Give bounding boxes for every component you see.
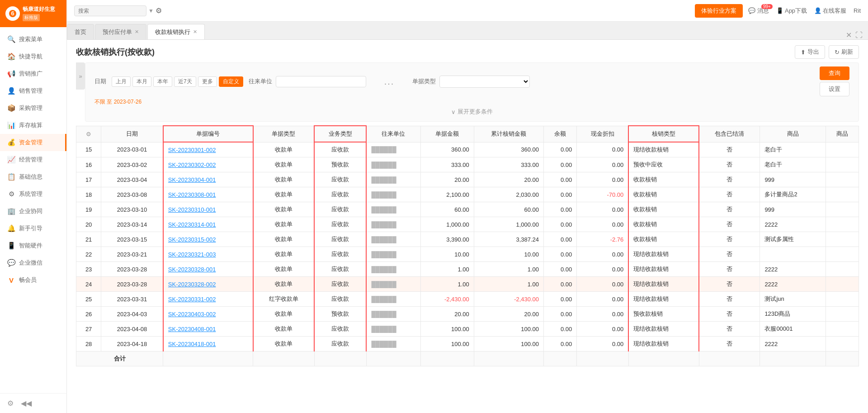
tab-advance-close[interactable]: ✕ bbox=[135, 29, 139, 35]
table-row[interactable]: 17 2023-03-04 SK-20230304-001 收款单 应收款 ██… bbox=[76, 172, 859, 187]
sidebar-item-hardware[interactable]: 📱 智能硬件 bbox=[0, 237, 66, 254]
expand-arrow[interactable]: » bbox=[76, 62, 85, 90]
sidebar-item-sales[interactable]: 👤 销售管理 bbox=[0, 82, 66, 100]
doc-no-link[interactable]: SK-20230328-002 bbox=[168, 281, 216, 288]
doc-no-link[interactable]: SK-20230304-001 bbox=[168, 176, 216, 183]
app-download-link[interactable]: 📱 App下载 bbox=[776, 7, 807, 15]
tab-advance[interactable]: 预付应付单 ✕ bbox=[95, 24, 146, 39]
table-row[interactable]: 21 2023-03-15 SK-20230315-002 收款单 应收款 ██… bbox=[76, 232, 859, 247]
more-filters-dots[interactable]: ... bbox=[384, 76, 395, 87]
table-row[interactable]: 15 2023-03-01 SK-20230301-002 收款单 应收款 ██… bbox=[76, 142, 859, 157]
date-btn-this-month[interactable]: 本月 bbox=[132, 76, 151, 87]
table-row[interactable]: 19 2023-03-10 SK-20230310-001 收款单 应收款 ██… bbox=[76, 202, 859, 217]
sidebar-item-guide[interactable]: 🔔 新手引导 bbox=[0, 220, 66, 237]
date-btn-7days[interactable]: 近7天 bbox=[174, 76, 196, 87]
doc-type-select[interactable] bbox=[439, 76, 530, 88]
tabs-bar: 首页 预付应付单 ✕ 收款核销执行 ✕ ✕ ⛶ bbox=[67, 22, 868, 40]
cell-verify-type: 收款核销 bbox=[628, 202, 699, 217]
partner-input[interactable] bbox=[276, 76, 366, 87]
sidebar-item-ops[interactable]: 📈 经营管理 bbox=[0, 151, 66, 168]
table-row[interactable]: 23 2023-03-28 SK-20230328-001 收款单 应收款 ██… bbox=[76, 262, 859, 277]
cell-date: 2023-03-28 bbox=[101, 262, 163, 277]
date-btn-custom[interactable]: 自定义 bbox=[219, 76, 243, 87]
doc-no-link[interactable]: SK-20230321-003 bbox=[168, 251, 216, 258]
col-discount: 现金折扣 bbox=[577, 126, 629, 142]
fullscreen-icon[interactable]: ⛶ bbox=[855, 31, 863, 39]
refresh-button[interactable]: ↻ 刷新 bbox=[829, 45, 859, 59]
basic-icon: 📋 bbox=[7, 173, 15, 181]
cell-include-settled: 否 bbox=[699, 202, 760, 217]
sidebar-item-finance[interactable]: 💰 资金管理 bbox=[0, 134, 66, 151]
cell-doc-type: 收款单 bbox=[253, 217, 315, 232]
filter-row-middle: 往来单位 ... 单据类型 bbox=[249, 76, 814, 88]
doc-no-link[interactable]: SK-20230302-002 bbox=[168, 161, 216, 168]
settings-gear-icon[interactable]: ⚙ bbox=[156, 6, 162, 15]
table-row[interactable]: 22 2023-03-21 SK-20230321-003 收款单 应收款 ██… bbox=[76, 247, 859, 262]
user-profile[interactable]: Rit bbox=[854, 7, 861, 14]
date-btn-more[interactable]: 更多 bbox=[198, 76, 217, 87]
cell-seq: 23 bbox=[76, 262, 101, 277]
tab-home[interactable]: 首页 bbox=[67, 24, 94, 39]
filter-expand-btn[interactable]: ∨ 展开更多条件 bbox=[94, 106, 849, 118]
close-tab-icon[interactable]: ✕ bbox=[846, 31, 852, 39]
collapse-icon[interactable]: ◀◀ bbox=[21, 399, 32, 408]
table-row[interactable]: 28 2023-04-18 SK-20230418-001 收款单 应收款 ██… bbox=[76, 337, 859, 351]
sidebar-item-basic[interactable]: 📋 基础信息 bbox=[0, 168, 66, 185]
export-button[interactable]: ⬆ 导出 bbox=[795, 45, 825, 59]
cell-product: 老白干 bbox=[760, 142, 826, 157]
table-row[interactable]: 25 2023-03-31 SK-20230331-002 红字收款单 应收款 … bbox=[76, 292, 859, 307]
table-row[interactable]: 16 2023-03-02 SK-20230302-002 收款单 预收款 ██… bbox=[76, 157, 859, 172]
doc-no-link[interactable]: SK-20230315-002 bbox=[168, 236, 216, 243]
tab-receipt-close[interactable]: ✕ bbox=[193, 29, 197, 35]
sidebar-item-wechat[interactable]: 💬 企业微信 bbox=[0, 254, 66, 271]
setting-button[interactable]: 设置 bbox=[820, 82, 849, 96]
cell-partner: ██████ bbox=[366, 337, 420, 351]
date-btn-this-year[interactable]: 本年 bbox=[153, 76, 172, 87]
tab-receipt[interactable]: 收款核销执行 ✕ bbox=[147, 24, 205, 39]
table-row[interactable]: 27 2023-04-08 SK-20230408-001 收款单 应收款 ██… bbox=[76, 322, 859, 337]
table-row[interactable]: 20 2023-03-14 SK-20230314-001 收款单 应收款 ██… bbox=[76, 217, 859, 232]
table-row[interactable]: 24 2023-03-28 SK-20230328-002 收款单 应收款 ██… bbox=[76, 277, 859, 292]
cell-biz-type: 应收款 bbox=[314, 292, 366, 307]
sidebar-item-search[interactable]: 🔍 搜索菜单 bbox=[0, 31, 66, 48]
sidebar-item-quicknav[interactable]: 🏠 快捷导航 bbox=[0, 48, 66, 65]
hardware-icon: 📱 bbox=[7, 242, 15, 250]
date-btn-last-month[interactable]: 上月 bbox=[112, 76, 131, 87]
doc-no-link[interactable]: SK-20230314-001 bbox=[168, 221, 216, 228]
cell-verified: 60.00 bbox=[474, 202, 543, 217]
doc-no-link[interactable]: SK-20230408-001 bbox=[168, 326, 216, 332]
sidebar-item-inventory[interactable]: 📊 库存核算 bbox=[0, 117, 66, 134]
doc-no-link[interactable]: SK-20230308-001 bbox=[168, 191, 216, 198]
doc-no-link[interactable]: SK-20230328-001 bbox=[168, 266, 216, 273]
solution-button[interactable]: 体验行业方案 bbox=[695, 4, 743, 18]
sidebar-item-purchase[interactable]: 📦 采购管理 bbox=[0, 100, 66, 117]
col-date: 日期 bbox=[101, 126, 163, 142]
table-container[interactable]: ⚙ 日期 单据编号 单据类型 业务类型 往来单位 单据金额 累计核销金额 余额 … bbox=[67, 125, 868, 413]
cell-date: 2023-04-18 bbox=[101, 337, 163, 351]
cell-include-settled: 否 bbox=[699, 277, 760, 292]
settings-icon[interactable]: ⚙ bbox=[7, 399, 14, 408]
message-btn[interactable]: 💬 消息 99+ bbox=[748, 7, 769, 15]
table-row[interactable]: 18 2023-03-08 SK-20230308-001 收款单 应收款 ██… bbox=[76, 187, 859, 202]
col-gear[interactable]: ⚙ bbox=[76, 126, 101, 142]
online-service-link[interactable]: 👤 在线客服 bbox=[814, 7, 846, 15]
doc-no-link[interactable]: SK-20230418-001 bbox=[168, 341, 216, 347]
sidebar-item-marketing[interactable]: 📢 营销推广 bbox=[0, 65, 66, 82]
cell-verified: 1.00 bbox=[474, 277, 543, 292]
doc-no-link[interactable]: SK-20230310-001 bbox=[168, 206, 216, 213]
sidebar-item-system[interactable]: ⚙ 系统管理 bbox=[0, 185, 66, 203]
doc-no-link[interactable]: SK-20230403-002 bbox=[168, 311, 216, 318]
sidebar-item-member[interactable]: V 畅会员 bbox=[0, 271, 66, 289]
search-input[interactable] bbox=[74, 5, 146, 16]
home-icon: 🏠 bbox=[7, 52, 15, 61]
cell-verify-type: 收款核销 bbox=[628, 172, 699, 187]
cell-doc-type: 红字收款单 bbox=[253, 292, 315, 307]
doc-no-link[interactable]: SK-20230331-002 bbox=[168, 296, 216, 303]
table-settings-icon[interactable]: ⚙ bbox=[86, 131, 91, 138]
query-button[interactable]: 查询 bbox=[820, 66, 849, 80]
sidebar-item-corp[interactable]: 🏢 企业协同 bbox=[0, 203, 66, 220]
cell-amount: -2,430.00 bbox=[420, 292, 474, 307]
cell-product2 bbox=[826, 187, 859, 202]
doc-no-link[interactable]: SK-20230301-002 bbox=[168, 147, 216, 153]
table-row[interactable]: 26 2023-04-03 SK-20230403-002 收款单 预收款 ██… bbox=[76, 307, 859, 322]
